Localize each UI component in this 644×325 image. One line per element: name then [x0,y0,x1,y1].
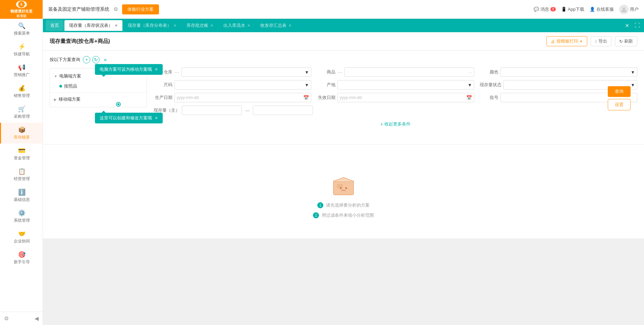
sidebar-item-management[interactable]: 📋 经营管理 [0,164,43,185]
tooltip2-close[interactable]: ✕ [155,116,158,120]
sidebar-item-inventory[interactable]: 📦 库存核算 [0,123,43,144]
query-buttons: 查询 设置 [608,86,631,110]
add-scheme-button[interactable]: ＋ [83,56,90,63]
size-select[interactable]: ▼ [174,80,311,90]
stock-main-max-input[interactable] [253,106,313,115]
scheme-child-item[interactable]: 按照品 [50,81,147,91]
svg-point-5 [340,187,342,189]
sidebar-item-search[interactable]: 🔍 搜索菜单 [0,19,43,40]
warehouse-dots[interactable]: ··· [174,69,179,75]
package-icon: 📦 [18,126,25,133]
collapse-button[interactable]: ∧ 收起更多条件 [154,118,637,128]
svg-text:6: 6 [20,3,22,6]
empty-state: 1 请先选择要分析的方案 2 用过滤条件来缩小分析范围 [43,145,644,238]
card-icon: 💳 [18,147,25,154]
sidebar-footer: ⚙ ◀ [0,312,43,325]
page: 现存量查询(按仓库+商品) 🖨 按模板打印 ▼ ↑ 导出 ↻ 刷新 [43,32,644,238]
tab-summary-close[interactable]: ✕ [288,23,291,28]
refresh-scheme-button[interactable]: ↻ [92,56,100,63]
sidebar-item-finance[interactable]: 💳 资金管理 [0,144,43,164]
size-cell: 尺码 ▼ [154,80,311,90]
scheme-mobile-group[interactable]: ▶ 移动端方案 [50,94,147,104]
tab-stock-dist[interactable]: 现存量（库存分布表） ✕ [123,20,181,31]
sidebar-nav: 🔍 搜索菜单 ⚡ 快捷导航 📢 营销推广 💰 销售管理 🛒 采购管理 📦 库存核… [0,19,43,312]
tab-inout-close[interactable]: ✕ [247,23,250,28]
sidebar-item-label: 基础信息 [14,197,30,203]
collapse-sidebar-icon[interactable]: ◀ [35,315,39,322]
sidebar-item-label: 资金管理 [14,155,30,161]
header-settings-icon[interactable]: ⚙ [113,6,118,12]
color-select[interactable]: ▼ [500,67,637,77]
empty-icon [327,171,360,198]
sidebar-item-purchase[interactable]: 🛒 采购管理 [0,102,43,123]
info-icon: ℹ️ [18,188,25,196]
online-service-item[interactable]: 👤 在线客服 [590,6,614,12]
sidebar-item-enterprise[interactable]: 🤝 企业协同 [0,227,43,248]
tab-stock-status-close[interactable]: ✕ [115,23,118,28]
filter-row-4: 现存量（主） — [154,106,637,115]
tab-home[interactable]: 首页 [46,20,64,31]
industry-plan-button[interactable]: 体验行业方案 [122,4,159,14]
goods-cell: 商品 ··· ··· [317,67,474,77]
app-download-label: App下载 [568,6,584,12]
sidebar-item-marketing[interactable]: 📢 营销推广 [0,60,43,81]
export-button[interactable]: ↑ 导出 [591,36,612,46]
size-chevron: ▼ [305,83,309,88]
color-label: 颜色 [480,69,498,75]
message-badge: 9 [550,7,556,11]
manufacture-date-input[interactable]: yyyy-mm-dd 📅 [174,93,311,102]
reset-button[interactable]: 设置 [608,99,631,110]
tooltip1-close[interactable]: ✕ [155,67,158,72]
warehouse-select[interactable]: ▼ [181,67,311,77]
message-item[interactable]: 💬 消息 9 [534,6,556,12]
stock-main-min-input[interactable] [182,106,242,115]
stock-main-cell: 现存量（主） — [154,106,313,115]
empty-step-1: 1 请先选择要分析的方案 [317,202,370,208]
settings-icon[interactable]: ⚙ [4,315,9,322]
step-1-num: 1 [317,202,323,208]
tab-fullscreen-icon[interactable]: ⛶ [633,21,641,30]
origin-select[interactable]: ▼ [337,80,474,90]
user-item[interactable]: 用户 [619,5,639,14]
step-1-text: 请先选择要分析的方案 [326,202,370,208]
print-button[interactable]: 🖨 按模板打印 ▼ [546,36,587,46]
scheme-mobile-label: 移动端方案 [59,96,80,102]
filter-row-3: 生产日期 yyyy-mm-dd 📅 失效日期 yyyy-mm-dd 📅 [154,93,637,102]
tab-close-all-icon[interactable]: ✕ [624,21,631,30]
collapse-label: 收起更多条件 [384,121,411,127]
sidebar-item-sales[interactable]: 💰 销售管理 [0,81,43,102]
refresh-button[interactable]: ↻ 刷新 [615,36,637,46]
sidebar-item-basic-info[interactable]: ℹ️ 基础信息 [0,185,43,206]
tab-inout[interactable]: 出入库流水 ✕ [219,20,255,31]
manufacture-date-label: 生产日期 [154,95,172,101]
tab-stock-status[interactable]: 现存量（库存状况表） ✕ [64,20,122,31]
prev-scheme-button[interactable]: « [102,56,109,63]
tab-batch-close[interactable]: ✕ [210,23,213,28]
sidebar-item-label: 企业协同 [14,238,30,244]
sidebar-item-guide[interactable]: 🎯 新手引导 [0,248,43,268]
goods-dots[interactable]: ··· [337,69,342,75]
tab-stock-dist-close[interactable]: ✕ [173,23,176,28]
tooltip-desktop-scheme: 电脑方案可设为移动方案哦 ✕ [95,64,163,75]
page-header: 现存量查询(按仓库+商品) 🖨 按模板打印 ▼ ↑ 导出 ↻ 刷新 [43,32,644,51]
app-download-item[interactable]: 📱 App下载 [561,6,584,12]
header-right: 💬 消息 9 📱 App下载 👤 在线客服 用户 [534,5,639,14]
print-chevron-icon: ▼ [580,40,583,43]
svg-rect-4 [337,184,343,188]
mobile-icon: 📱 [561,7,567,12]
sidebar-item-label: 搜索菜单 [14,31,30,36]
tab-home-label: 首页 [50,22,59,29]
collapse-arrow-icon: ∧ [380,122,383,126]
main-area: 装备及固定资产辅助管理系统 ⚙ 体验行业方案 💬 消息 9 📱 App下载 👤 … [43,0,644,325]
avatar [619,5,629,14]
goods-select[interactable]: ··· [344,67,474,77]
sidebar-item-quicknav[interactable]: ⚡ 快捷导航 [0,40,43,60]
sidebar: 6 畅捷通好生意 标准版 🔍 搜索菜单 ⚡ 快捷导航 📢 营销推广 💰 销售管理… [0,0,43,325]
query-button[interactable]: 查询 [608,86,631,97]
sidebar-item-system[interactable]: ⚙️ 系统管理 [0,206,43,227]
filter-area: 按以下方案查询 ＋ ↻ « 电脑方案可设为移动方案哦 ✕ [43,51,644,145]
tab-batch[interactable]: 库存批次账 ✕ [182,20,218,31]
expiry-date-input[interactable]: yyyy-mm-dd 📅 [337,93,474,102]
tab-summary[interactable]: 收发存汇总表 ✕ [256,20,296,31]
tooltip1-text: 电脑方案可设为移动方案哦 [100,66,152,72]
